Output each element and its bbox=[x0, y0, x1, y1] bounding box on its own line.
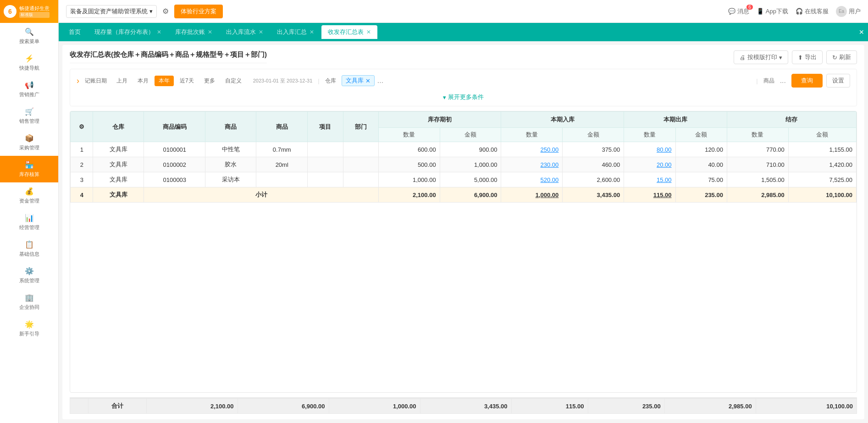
cell-goods1-2: 采访本 bbox=[205, 172, 256, 187]
cell-goods2-2 bbox=[256, 172, 308, 187]
export-label: 导出 bbox=[805, 53, 817, 61]
inventory-label: 库存核算 bbox=[19, 171, 39, 178]
sidebar: 6 畅捷通好生意 标准版 🔍搜索菜单⚡快捷导航📢营销推广🛒销售管理📦采购管理🏪库… bbox=[0, 0, 59, 423]
app-download-label: App下载 bbox=[766, 7, 788, 16]
export-button[interactable]: ⬆ 导出 bbox=[792, 50, 823, 64]
cell-item-2 bbox=[308, 172, 343, 187]
tab-close-batch-ledger[interactable]: ✕ bbox=[208, 29, 212, 35]
totals-table: 合计 2,100.00 6,900.00 1,000.00 3,435.00 1… bbox=[70, 398, 857, 414]
system-title: 装备及固定资产辅助管理系统 bbox=[70, 7, 148, 16]
cell-out-qty-0[interactable]: 80.00 bbox=[624, 142, 675, 157]
subtotal-row: 4 文具库 小计 2,100.00 6,900.00 1,000.00 3,43… bbox=[71, 187, 857, 203]
sidebar-item-quicknav[interactable]: ⚡快捷导航 bbox=[0, 49, 58, 76]
online-service-label: 在线客服 bbox=[805, 7, 829, 16]
tab-close-stock-dist[interactable]: ✕ bbox=[157, 29, 161, 35]
date-btn-自定义[interactable]: 自定义 bbox=[221, 76, 246, 86]
operations-label: 经营管理 bbox=[19, 224, 39, 231]
th-dept: 部门 bbox=[343, 112, 378, 142]
total-label: 合计 bbox=[88, 399, 147, 414]
warehouse-more-dots[interactable]: ... bbox=[377, 77, 383, 85]
data-table: ⚙ 仓库 商品编码 商品 商品 项目 部门 库存期初 本期入库 本期出库 结存 bbox=[70, 111, 857, 203]
th-closing: 结存 bbox=[727, 112, 856, 128]
sub-in-qty[interactable]: 1,000.00 bbox=[501, 187, 563, 203]
tab-close-recv-send[interactable]: ✕ bbox=[366, 29, 371, 35]
sidebar-item-corp[interactable]: 🏢企业协同 bbox=[0, 289, 58, 315]
basic-label: 基础信息 bbox=[19, 251, 39, 258]
quicknav-label: 快捷导航 bbox=[19, 65, 39, 71]
print-dropdown-icon: ▾ bbox=[779, 54, 782, 61]
tab-flow[interactable]: 出入库流水✕ bbox=[220, 25, 270, 39]
tab-close-flow[interactable]: ✕ bbox=[259, 29, 263, 35]
cell-out-qty-2[interactable]: 15.00 bbox=[624, 172, 675, 187]
sidebar-item-newbie[interactable]: 🌟新手引导 bbox=[0, 315, 58, 342]
app-download-area[interactable]: 📱 App下载 bbox=[757, 7, 788, 16]
sidebar-item-inventory[interactable]: 🏪库存核算 bbox=[0, 156, 58, 182]
sidebar-item-sales[interactable]: 🛒销售管理 bbox=[0, 103, 58, 129]
cell-code-1: 0100002 bbox=[144, 157, 205, 172]
messages-icon-area[interactable]: 💬 消息 6 bbox=[728, 7, 749, 16]
total-out-amt: 235.00 bbox=[588, 399, 664, 414]
sidebar-item-marketing[interactable]: 📢营销推广 bbox=[0, 76, 58, 103]
date-btn-更多[interactable]: 更多 bbox=[200, 76, 219, 86]
th-close-qty: 数量 bbox=[727, 128, 788, 142]
online-service-area[interactable]: 🎧 在线客服 bbox=[796, 7, 829, 16]
tab-batch-ledger[interactable]: 库存批次账✕ bbox=[169, 25, 219, 39]
tab-home[interactable]: 首页 bbox=[62, 25, 87, 39]
date-btn-本年[interactable]: 本年 bbox=[155, 76, 174, 86]
settings-icon[interactable]: ⚙ bbox=[162, 7, 169, 16]
sub-close-qty: 2,985.00 bbox=[727, 187, 788, 203]
user-area[interactable]: Ea 用户 bbox=[836, 6, 861, 17]
sidebar-item-system[interactable]: ⚙️系统管理 bbox=[0, 262, 58, 289]
date-btn-近7天[interactable]: 近7天 bbox=[176, 76, 198, 86]
date-btn-上月[interactable]: 上月 bbox=[112, 76, 132, 86]
cell-close-amt-2: 7,525.00 bbox=[788, 172, 856, 187]
cell-out-amt-0: 120.00 bbox=[675, 142, 727, 157]
expand-button[interactable]: ▾ 展开更多条件 bbox=[443, 93, 484, 101]
sidebar-item-operations[interactable]: 📊经营管理 bbox=[0, 209, 58, 236]
print-button[interactable]: 🖨 按模版打印 ▾ bbox=[734, 50, 788, 64]
goods-more-dots[interactable]: ... bbox=[780, 77, 786, 85]
tab-stock-dist[interactable]: 现存量（库存分布表）✕ bbox=[88, 25, 168, 39]
cell-in-qty-1[interactable]: 230.00 bbox=[501, 157, 563, 172]
operations-icon: 📊 bbox=[25, 214, 34, 222]
sidebar-item-finance[interactable]: 💰资金管理 bbox=[0, 182, 58, 209]
refresh-button[interactable]: ↻ 刷新 bbox=[826, 50, 857, 64]
cell-in-qty-0[interactable]: 250.00 bbox=[501, 142, 563, 157]
system-selector[interactable]: 装备及固定资产辅助管理系统 ▾ bbox=[66, 5, 157, 18]
table-settings-button[interactable]: 设置 bbox=[826, 74, 850, 88]
cell-dept-2 bbox=[343, 172, 378, 187]
sub-out-qty[interactable]: 115.00 bbox=[624, 187, 675, 203]
main-area: 装备及固定资产辅助管理系统 ▾ ⚙ 体验行业方案 💬 消息 6 📱 App下载 … bbox=[59, 0, 868, 423]
date-range: 2023-01-01 至 2023-12-31 bbox=[253, 77, 313, 84]
cell-out-qty-1[interactable]: 20.00 bbox=[624, 157, 675, 172]
th-settings[interactable]: ⚙ bbox=[71, 112, 93, 142]
expand-label: 展开更多条件 bbox=[448, 93, 484, 101]
tab-summary[interactable]: 出入库汇总✕ bbox=[271, 25, 321, 39]
warehouse-tag[interactable]: 文具库 ✕ bbox=[342, 75, 375, 86]
sidebar-item-search[interactable]: 🔍搜索菜单 bbox=[0, 23, 58, 49]
refresh-icon: ↻ bbox=[832, 54, 837, 61]
cell-in-qty-2[interactable]: 520.00 bbox=[501, 172, 563, 187]
cell-close-qty-0: 770.00 bbox=[727, 142, 788, 157]
cell-in-amt-2: 2,600.00 bbox=[563, 172, 624, 187]
warehouse-tag-close[interactable]: ✕ bbox=[365, 77, 370, 84]
tab-label-recv-send: 收发存汇总表 bbox=[328, 28, 364, 36]
tabbar: 首页现存量（库存分布表）✕库存批次账✕出入库流水✕出入库汇总✕收发存汇总表✕✕ bbox=[59, 23, 868, 41]
sidebar-item-basic[interactable]: 📋基础信息 bbox=[0, 236, 58, 262]
date-btn-本月[interactable]: 本月 bbox=[133, 76, 153, 86]
table-row: 1 文具库 0100001 中性笔 0.7mm 600.00 900.00 25… bbox=[71, 142, 857, 157]
finance-icon: 💰 bbox=[25, 187, 34, 196]
inventory-icon: 🏪 bbox=[25, 160, 34, 169]
query-button[interactable]: 查询 bbox=[791, 74, 823, 88]
th-out-amt: 金额 bbox=[675, 128, 727, 142]
collapse-btn[interactable]: › bbox=[77, 76, 79, 86]
trial-button[interactable]: 体验行业方案 bbox=[174, 5, 223, 18]
tab-recv-send[interactable]: 收发存汇总表✕ bbox=[321, 25, 377, 39]
tab-label-summary: 出入库汇总 bbox=[277, 28, 307, 36]
separator-2: | bbox=[756, 77, 757, 84]
total-open-qty: 2,100.00 bbox=[146, 399, 238, 414]
close-all-tabs[interactable]: ✕ bbox=[859, 28, 864, 36]
tab-close-summary[interactable]: ✕ bbox=[310, 29, 314, 35]
sidebar-item-purchase[interactable]: 📦采购管理 bbox=[0, 129, 58, 156]
cell-dept-0 bbox=[343, 142, 378, 157]
